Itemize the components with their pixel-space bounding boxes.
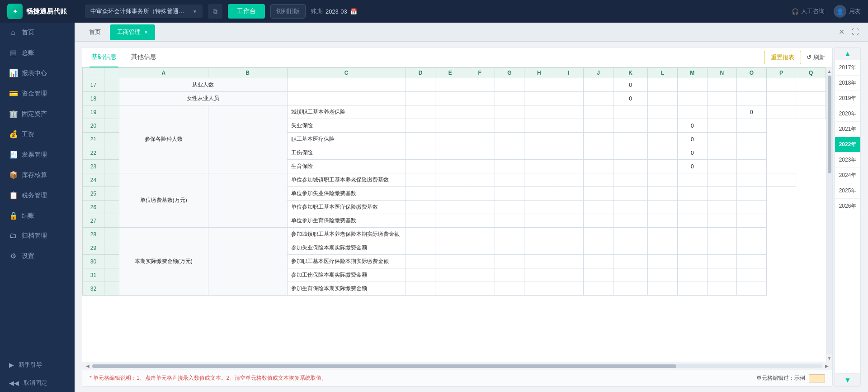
data-cell[interactable]: [435, 146, 465, 160]
data-cell[interactable]: [707, 228, 737, 241]
data-cell[interactable]: [554, 241, 584, 255]
data-cell[interactable]: [435, 255, 465, 268]
data-cell-k18[interactable]: 0: [613, 92, 648, 105]
data-cell[interactable]: [677, 282, 707, 296]
data-cell[interactable]: [524, 282, 554, 296]
data-cell[interactable]: [737, 282, 767, 296]
data-cell[interactable]: [554, 105, 584, 119]
data-cell[interactable]: [737, 268, 767, 282]
data-cell[interactable]: [524, 214, 554, 228]
data-cell[interactable]: [677, 92, 707, 105]
data-cell[interactable]: [406, 119, 435, 133]
data-cell[interactable]: [524, 268, 554, 282]
data-cell[interactable]: [524, 241, 554, 255]
data-cell[interactable]: [737, 92, 767, 105]
data-cell[interactable]: [465, 241, 495, 255]
data-cell[interactable]: [584, 241, 613, 255]
data-cell-o19[interactable]: 0: [737, 105, 767, 119]
data-cell[interactable]: [465, 92, 495, 105]
data-cell[interactable]: [524, 201, 554, 214]
data-cell[interactable]: [613, 228, 648, 241]
col-header-N[interactable]: N: [707, 68, 737, 78]
data-cell[interactable]: [737, 146, 767, 160]
data-cell[interactable]: [707, 133, 737, 146]
data-cell[interactable]: [584, 105, 613, 119]
col-header-D[interactable]: D: [406, 68, 435, 78]
col-header-G[interactable]: G: [495, 68, 524, 78]
data-cell[interactable]: [584, 173, 613, 187]
data-cell[interactable]: [613, 119, 648, 133]
v-scroll-down-arrow[interactable]: ▼: [826, 354, 832, 362]
data-cell[interactable]: [406, 187, 435, 201]
data-cell[interactable]: [524, 255, 554, 268]
data-cell-c24[interactable]: 单位参加城镇职工基本养老保险缴费基数: [287, 173, 406, 187]
data-cell[interactable]: [465, 214, 495, 228]
service-button[interactable]: 🎧 人工咨询: [792, 7, 825, 15]
data-cell[interactable]: [554, 282, 584, 296]
data-cell-c23[interactable]: 生育保险: [287, 160, 406, 173]
data-cell[interactable]: [613, 146, 648, 160]
data-cell[interactable]: [584, 119, 613, 133]
user-button[interactable]: 👤 用友: [834, 5, 861, 18]
data-cell[interactable]: [406, 133, 435, 146]
sidebar-item-reports[interactable]: 📊 报表中心: [0, 63, 75, 83]
data-cell[interactable]: [677, 268, 707, 282]
data-cell-o21[interactable]: 0: [677, 133, 707, 146]
data-cell[interactable]: [406, 214, 435, 228]
refresh-button[interactable]: ↺ 刷新: [807, 53, 825, 62]
data-cell[interactable]: [737, 228, 767, 241]
year-item-2019[interactable]: 2019年: [835, 91, 860, 106]
data-cell[interactable]: [648, 201, 678, 214]
tab-other-info[interactable]: 其他信息: [129, 48, 158, 67]
data-cell[interactable]: [796, 78, 826, 92]
col-header-I[interactable]: I: [554, 68, 584, 78]
sidebar-item-new-guide[interactable]: ▶ 新手引导: [0, 356, 75, 374]
data-cell[interactable]: [584, 92, 613, 105]
data-cell[interactable]: [554, 160, 584, 173]
year-item-2023[interactable]: 2023年: [835, 153, 860, 168]
data-cell[interactable]: [495, 241, 524, 255]
data-cell[interactable]: [707, 187, 737, 201]
data-cell[interactable]: [613, 255, 648, 268]
data-cell[interactable]: [435, 214, 465, 228]
data-cell[interactable]: [524, 173, 554, 187]
data-cell[interactable]: [465, 268, 495, 282]
data-cell[interactable]: [584, 146, 613, 160]
data-cell[interactable]: [495, 133, 524, 146]
data-cell[interactable]: [554, 133, 584, 146]
col-header-H[interactable]: H: [524, 68, 554, 78]
data-cell[interactable]: [613, 187, 648, 201]
data-cell[interactable]: [584, 133, 613, 146]
data-cell[interactable]: [554, 214, 584, 228]
sidebar-item-invoice[interactable]: 🧾 发票管理: [0, 144, 75, 165]
data-cell[interactable]: [648, 228, 678, 241]
v-scroll-thumb[interactable]: [828, 76, 831, 173]
data-cell[interactable]: [707, 160, 737, 173]
col-header-O[interactable]: O: [737, 68, 767, 78]
data-cell-c28[interactable]: 参加城镇职工基本养老保险本期实际缴费金额: [287, 228, 406, 241]
data-cell[interactable]: [495, 187, 524, 201]
data-cell[interactable]: [495, 146, 524, 160]
tab-expand-button[interactable]: ⛶: [850, 26, 861, 38]
data-cell[interactable]: [406, 282, 435, 296]
data-cell[interactable]: [648, 255, 678, 268]
data-cell[interactable]: [495, 214, 524, 228]
data-cell-c22[interactable]: 工伤保险: [287, 146, 406, 160]
data-cell[interactable]: [648, 146, 678, 160]
sidebar-item-archive[interactable]: 🗂 归档管理: [0, 226, 75, 246]
data-cell[interactable]: [465, 228, 495, 241]
data-cell[interactable]: [648, 241, 678, 255]
data-cell[interactable]: [406, 160, 435, 173]
year-item-2020[interactable]: 2020年: [835, 106, 860, 122]
data-cell[interactable]: [435, 268, 465, 282]
data-cell[interactable]: [465, 146, 495, 160]
data-cell[interactable]: [613, 160, 648, 173]
data-cell[interactable]: [584, 255, 613, 268]
data-cell[interactable]: [737, 160, 767, 173]
data-cell[interactable]: [495, 92, 524, 105]
data-cell[interactable]: [737, 201, 767, 214]
sheet-wrapper[interactable]: A B C D E F G H I J: [82, 67, 826, 362]
col-header-M[interactable]: M: [677, 68, 707, 78]
data-cell-c26[interactable]: 单位参加职工基本医疗保险缴费基数: [287, 201, 406, 214]
data-cell[interactable]: [737, 214, 767, 228]
